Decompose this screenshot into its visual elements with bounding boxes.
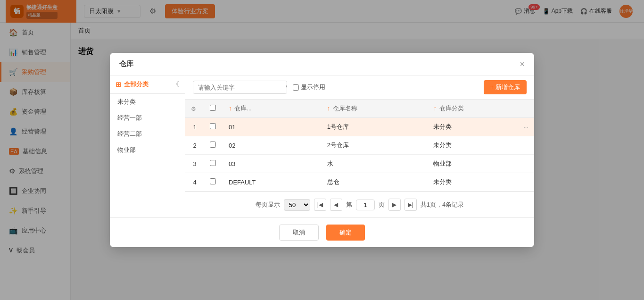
row-category: 未分类: [428, 173, 534, 192]
row-checkbox[interactable]: [210, 160, 216, 166]
row-checkbox-cell[interactable]: [204, 173, 223, 192]
th-name: ↑ 仓库名称: [322, 100, 428, 118]
search-input[interactable]: [193, 82, 282, 93]
table-toolbar: 🔍 显示停用 + 新增仓库: [185, 75, 534, 100]
search-box: 🔍: [193, 81, 287, 94]
row-more-icon[interactable]: ···: [523, 124, 528, 131]
th-code: ↑ 仓库...: [223, 100, 322, 118]
category-all[interactable]: ⊞ 全部分类: [116, 80, 149, 89]
show-disabled-label[interactable]: 显示停用: [293, 83, 325, 92]
row-code: 03: [223, 155, 322, 173]
row-category: 未分类: [428, 136, 534, 155]
row-name: 2号仓库: [322, 136, 428, 155]
warehouse-modal: 仓库 × ⊞ 全部分类 《 未分类 经营一部 经营二部 物业部: [110, 53, 534, 247]
modal-body: ⊞ 全部分类 《 未分类 经营一部 经营二部 物业部: [110, 75, 534, 217]
table-header-row: ⚙ ↑ 仓库... ↑ 仓库名称: [185, 100, 534, 118]
table-row[interactable]: 3 03 水 物业部: [185, 155, 534, 173]
table-row[interactable]: 4 DEFAULT 总仓 未分类: [185, 173, 534, 192]
pagination: 每页显示 50 100 |◀ ◀ 第 页 ▶ ▶| 共1页，4条记录: [185, 192, 534, 217]
th-category: ↑ 仓库分类: [428, 100, 534, 118]
show-disabled-checkbox[interactable]: [293, 84, 299, 91]
data-table: ⚙ ↑ 仓库... ↑ 仓库名称: [185, 100, 534, 192]
page-size-select[interactable]: 50 100: [284, 199, 310, 211]
row-num: 2: [185, 136, 204, 155]
th-checkbox: [204, 100, 223, 118]
row-checkbox-cell[interactable]: [204, 118, 223, 136]
row-code: 02: [223, 136, 322, 155]
row-code: DEFAULT: [223, 173, 322, 192]
row-name: 总仓: [322, 173, 428, 192]
cancel-button[interactable]: 取消: [279, 225, 319, 241]
table-row[interactable]: 1 01 1号仓库 未分类 ···: [185, 118, 534, 136]
row-num: 3: [185, 155, 204, 173]
grid-icon: ⊞: [116, 81, 121, 88]
category-header: ⊞ 全部分类 《: [110, 75, 185, 94]
search-button[interactable]: 🔍: [282, 81, 287, 93]
row-code: 01: [223, 118, 322, 136]
row-checkbox-cell[interactable]: [204, 136, 223, 155]
category-item-business2[interactable]: 经营二部: [110, 126, 185, 142]
table-row[interactable]: 2 02 2号仓库 未分类: [185, 136, 534, 155]
th-settings: ⚙: [185, 100, 204, 118]
collapse-button[interactable]: 《: [173, 80, 179, 89]
category-list: 未分类 经营一部 经营二部 物业部: [110, 94, 185, 217]
next-page-button[interactable]: ▶: [388, 199, 401, 211]
row-checkbox[interactable]: [210, 123, 216, 129]
sort-icon-cat: ↑: [433, 105, 437, 112]
sort-icon-name: ↑: [327, 105, 330, 112]
category-panel: ⊞ 全部分类 《 未分类 经营一部 经营二部 物业部: [110, 75, 185, 217]
row-num: 4: [185, 173, 204, 192]
first-page-button[interactable]: |◀: [314, 199, 326, 211]
sort-icon: ↑: [229, 105, 232, 112]
row-category: 物业部: [428, 155, 534, 173]
page-number-input[interactable]: [356, 200, 375, 210]
select-all-checkbox[interactable]: [210, 105, 216, 111]
modal-overlay: 仓库 × ⊞ 全部分类 《 未分类 经营一部 经营二部 物业部: [0, 0, 644, 300]
prev-page-button[interactable]: ◀: [330, 199, 342, 211]
add-warehouse-button[interactable]: + 新增仓库: [484, 80, 527, 94]
row-checkbox[interactable]: [210, 178, 216, 184]
row-category: 未分类 ···: [428, 118, 534, 136]
row-checkbox-cell[interactable]: [204, 155, 223, 173]
confirm-button[interactable]: 确定: [326, 225, 365, 241]
category-item-property[interactable]: 物业部: [110, 142, 185, 158]
category-item-uncategorized[interactable]: 未分类: [110, 94, 185, 110]
row-name: 水: [322, 155, 428, 173]
row-name: 1号仓库: [322, 118, 428, 136]
category-item-business1[interactable]: 经营一部: [110, 110, 185, 126]
modal-footer: 取消 确定: [110, 217, 534, 247]
modal-title: 仓库: [119, 59, 133, 68]
row-num: 1: [185, 118, 204, 136]
last-page-button[interactable]: ▶|: [405, 199, 417, 211]
row-checkbox[interactable]: [210, 142, 216, 148]
settings-icon: ⚙: [191, 106, 196, 112]
modal-header: 仓库 ×: [110, 53, 534, 75]
table-panel: 🔍 显示停用 + 新增仓库 ⚙: [185, 75, 534, 217]
modal-close-button[interactable]: ×: [520, 60, 525, 68]
